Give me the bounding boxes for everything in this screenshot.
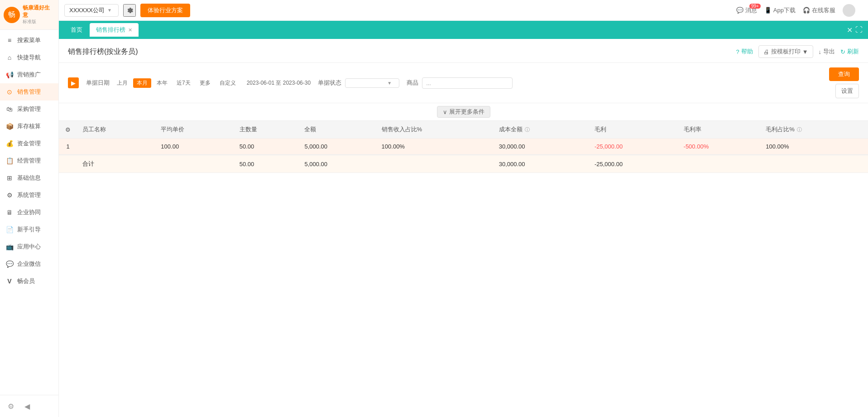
sidebar-item-apps[interactable]: 📺 应用中心 (0, 238, 58, 255)
date-tab-last-month[interactable]: 上月 (113, 78, 131, 88)
sidebar-item-enterprise[interactable]: 🖥 企业协同 (0, 204, 58, 221)
cell-gross: -25,000.00 (589, 139, 678, 155)
col-settings[interactable]: ⚙ (59, 121, 77, 139)
export-button[interactable]: ↓ 导出 (819, 48, 835, 56)
sidebar-settings-button[interactable]: ⚙ (5, 400, 17, 412)
sidebar-item-sales[interactable]: ⊙ 销售管理 (0, 83, 58, 101)
settings-button[interactable]: 设置 (835, 84, 859, 98)
sidebar-item-member[interactable]: V 畅会员 (0, 273, 58, 290)
tab-restore-icon[interactable]: ⛶ (855, 26, 863, 34)
tab-close-all-icon[interactable]: ✕ (847, 26, 853, 34)
cell-cost: 30,000.00 (494, 139, 589, 155)
apps-icon: 📺 (5, 243, 14, 251)
status-filter: 单据状态 ▼ (318, 78, 399, 88)
user-avatar[interactable] (843, 4, 855, 17)
footer-amount: 5,000.00 (299, 155, 376, 173)
logo-text: 畅康通好生意 标准版 (23, 5, 55, 25)
main-area: XXXXXX公司 ▼ 体验行业方案 💬 消息 99+ 📱 App下载 🎧 在线客… (59, 0, 868, 417)
cell-name (77, 139, 155, 155)
print-icon: 🖨 (763, 48, 769, 55)
date-tab-7days[interactable]: 近7天 (173, 78, 194, 88)
product-filter: 商品 ... (407, 77, 513, 89)
company-select[interactable]: XXXXXX公司 ▼ (64, 4, 119, 17)
sidebar-item-basics[interactable]: ⊞ 基础信息 (0, 169, 58, 187)
tab-sales-rank[interactable]: 销售排行榜 ✕ (90, 23, 139, 37)
topbar-settings-button[interactable] (123, 4, 136, 17)
headset-icon: 🎧 (803, 7, 810, 14)
help-icon: ? (736, 48, 739, 55)
col-avg-price: 平均单价 (155, 121, 234, 139)
tab-home[interactable]: 首页 (64, 23, 89, 37)
message-icon: 💬 (736, 7, 743, 14)
tabbar: 首页 销售排行榜 ✕ ✕ ⛶ (59, 21, 868, 39)
col-gross-pct: 毛利占比% ⓘ (760, 121, 868, 139)
tab-close-icon[interactable]: ✕ (128, 27, 132, 33)
finance-icon: 💰 (5, 139, 14, 148)
table-row: 1 100.00 50.00 5,000.00 100.00% 30,000.0… (59, 139, 868, 155)
try-industry-button[interactable]: 体验行业方案 (140, 4, 190, 17)
filter-row: ▶ 单据日期 上月 本月 本年 近7天 更多 自定义 2023-06-01 至 … (68, 67, 859, 98)
search-order-icon: ≡ (5, 36, 14, 44)
quick-nav-icon: ⌂ (5, 53, 14, 62)
status-select[interactable]: ▼ (345, 78, 399, 88)
date-label: 单据日期 (86, 79, 110, 87)
cost-info-icon[interactable]: ⓘ (525, 127, 530, 132)
gross-pct-info-icon[interactable]: ⓘ (797, 127, 802, 132)
expand-icon: ∨ (443, 109, 447, 115)
expand-more-button[interactable]: ∨ 展开更多条件 (437, 106, 490, 118)
col-sales-pct: 销售收入占比% (376, 121, 494, 139)
expand-row: ∨ 展开更多条件 (59, 103, 868, 121)
sidebar-item-purchase[interactable]: 🛍 采购管理 (0, 101, 58, 118)
sidebar-item-wechat[interactable]: 💬 企业微信 (0, 255, 58, 273)
page-header: 销售排行榜(按业务员) ? 帮助 🖨 按模板打印 ▼ ↓ 导出 ↻ 刷新 (59, 39, 868, 63)
table-header-row: ⚙ 员工名称 平均单价 主数量 全额 (59, 121, 868, 139)
cell-amount: 5,000.00 (299, 139, 376, 155)
sidebar-bottom: ⚙ ◀ (0, 395, 58, 417)
footer-qty: 50.00 (234, 155, 299, 173)
sidebar-item-marketing[interactable]: 📢 营销推广 (0, 66, 58, 83)
sidebar-collapse-button[interactable]: ◀ (21, 400, 34, 412)
basics-icon: ⊞ (5, 174, 14, 182)
product-input[interactable]: ... (422, 77, 513, 89)
print-button[interactable]: 🖨 按模板打印 ▼ (758, 45, 813, 58)
product-placeholder: ... (426, 80, 431, 86)
app-download-button[interactable]: 📱 App下载 (764, 6, 796, 14)
col-qty: 主数量 (234, 121, 299, 139)
sidebar-item-operations[interactable]: 📋 经营管理 (0, 152, 58, 169)
sales-icon: ⊙ (5, 88, 14, 96)
sidebar-item-system[interactable]: ⚙ 系统管理 (0, 187, 58, 204)
sidebar: 畅 畅康通好生意 标准版 ≡ 搜索菜单 ⌂ 快捷导航 📢 营销推广 ⊙ 销售管理… (0, 0, 59, 417)
logo-icon: 畅 (4, 7, 20, 23)
column-settings-icon[interactable]: ⚙ (65, 126, 71, 133)
footer-cost: 30,000.00 (494, 155, 589, 173)
col-name: 员工名称 (77, 121, 155, 139)
sidebar-item-inventory[interactable]: 📦 库存核算 (0, 118, 58, 135)
guide-icon: 📄 (5, 225, 14, 234)
col-cost: 成本全额 ⓘ (494, 121, 589, 139)
date-tabs: 上月 本月 本年 近7天 更多 自定义 (113, 78, 240, 88)
export-icon: ↓ (819, 48, 822, 55)
online-service-button[interactable]: 🎧 在线客服 (803, 6, 835, 14)
sidebar-item-quick-nav[interactable]: ⌂ 快捷导航 (0, 49, 58, 66)
enterprise-icon: 🖥 (5, 208, 14, 216)
refresh-button[interactable]: ↻ 刷新 (840, 48, 859, 56)
date-tab-this-year[interactable]: 本年 (153, 78, 171, 88)
table-section: ⚙ 员工名称 平均单价 主数量 全额 (59, 121, 868, 417)
query-button[interactable]: 查询 (829, 67, 859, 81)
help-link[interactable]: ? 帮助 (736, 48, 753, 56)
col-amount: 全额 (299, 121, 376, 139)
operations-icon: 📋 (5, 157, 14, 165)
date-tab-more[interactable]: 更多 (196, 78, 214, 88)
status-label: 单据状态 (318, 79, 341, 87)
sidebar-item-search-order[interactable]: ≡ 搜索菜单 (0, 32, 58, 49)
message-button[interactable]: 💬 消息 99+ (736, 6, 757, 14)
footer-gross-rate (678, 155, 761, 173)
sidebar-item-finance[interactable]: 💰 资金管理 (0, 135, 58, 152)
company-chevron-icon: ▼ (107, 8, 112, 13)
footer-gross-pct (760, 155, 868, 173)
date-tab-custom[interactable]: 自定义 (216, 78, 240, 88)
filter-collapse-button[interactable]: ▶ (68, 77, 79, 88)
sidebar-item-guide[interactable]: 📄 新手引导 (0, 221, 58, 238)
date-tab-this-month[interactable]: 本月 (133, 78, 151, 88)
topbar: XXXXXX公司 ▼ 体验行业方案 💬 消息 99+ 📱 App下载 🎧 在线客… (59, 0, 868, 21)
